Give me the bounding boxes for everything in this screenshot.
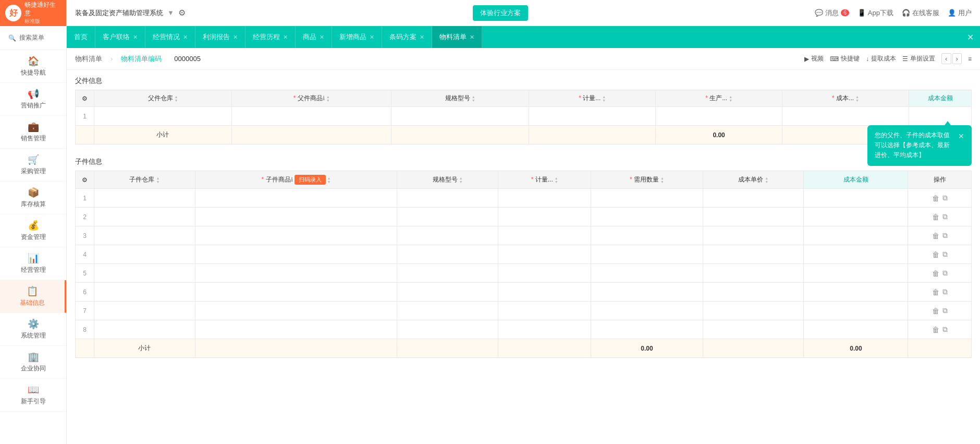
child-col-settings[interactable]: ⚙ [76,171,94,189]
sort-icon[interactable]: ▲▼ [326,95,330,102]
delete-icon[interactable]: 🗑 [932,213,939,221]
close-all-tabs[interactable]: ✕ [961,32,980,42]
list-view-button[interactable]: ≡ [968,55,972,63]
child-cell-goods[interactable] [195,264,397,283]
child-cell-goods[interactable] [195,320,397,339]
child-cell-spec[interactable] [397,264,498,283]
tooltip-close-button[interactable]: ✕ [958,130,964,142]
sort-icon[interactable]: ▲▼ [175,95,178,102]
parent-col-settings[interactable]: ⚙ [76,90,94,107]
copy-icon[interactable]: ⧉ [942,269,948,278]
parent-cell-unit[interactable] [529,107,656,126]
child-cell-warehouse[interactable] [94,264,195,283]
child-cell-goods[interactable] [195,226,397,245]
sidebar-item-guide[interactable]: 📖 新手引导 [0,379,66,412]
sidebar-item-marketing[interactable]: 📢 营销推广 [0,83,66,116]
delete-icon[interactable]: 🗑 [932,269,939,278]
tab-profit-close[interactable]: ✕ [233,34,238,41]
sidebar-item-purchase[interactable]: 🛒 采购管理 [0,149,66,182]
child-cell-warehouse[interactable] [94,226,195,245]
sort-icon[interactable]: ▲▼ [602,95,606,102]
delete-icon[interactable]: 🗑 [932,232,939,240]
sidebar-item-system[interactable]: ⚙️ 系统管理 [0,313,66,346]
sort-icon[interactable]: ▲▼ [765,176,768,184]
message-action[interactable]: 💬 消息 6 [815,8,849,18]
child-cell-unit[interactable] [498,264,591,283]
child-cell-spec[interactable] [397,302,498,320]
child-cell-spec[interactable] [397,320,498,339]
tab-bom-close[interactable]: ✕ [470,34,474,41]
sidebar-item-quick-nav[interactable]: 🏠 快捷导航 [0,50,66,83]
copy-icon[interactable]: ⧉ [942,250,948,259]
child-cell-qty[interactable] [591,264,703,283]
tab-history-close[interactable]: ✕ [283,34,288,41]
child-cell-unit-cost[interactable] [703,226,804,245]
child-cell-warehouse[interactable] [94,320,195,339]
tab-goods-close[interactable]: ✕ [320,34,324,41]
child-cell-unit-cost[interactable] [703,283,804,302]
tab-goods[interactable]: 商品 ✕ [296,26,332,48]
sidebar-item-basic-info[interactable]: 📋 基础信息 [0,280,66,313]
child-cell-qty[interactable] [591,226,703,245]
child-cell-qty[interactable] [591,189,703,208]
child-cell-goods[interactable] [195,245,397,264]
tab-new-goods-close[interactable]: ✕ [370,34,374,41]
child-cell-unit[interactable] [498,226,591,245]
child-cell-spec[interactable] [397,283,498,302]
prev-arrow[interactable]: ‹ [941,53,951,64]
child-cell-unit[interactable] [498,189,591,208]
delete-icon[interactable]: 🗑 [932,250,939,259]
child-cell-unit[interactable] [498,208,591,226]
child-cell-qty[interactable] [591,283,703,302]
child-cell-unit[interactable] [498,283,591,302]
delete-icon[interactable]: 🗑 [932,194,939,202]
view-video-button[interactable]: ▶ 视频 [804,54,824,63]
breadcrumb-bom[interactable]: 物料清单 [75,54,102,64]
extract-cost-button[interactable]: ↓ 提取成本 [866,54,896,63]
delete-icon[interactable]: 🗑 [932,307,939,315]
child-cell-qty[interactable] [591,320,703,339]
child-cell-unit[interactable] [498,302,591,320]
sort-icon[interactable]: ▲▼ [660,176,664,184]
child-cell-unit-cost[interactable] [703,320,804,339]
child-cell-unit-cost[interactable] [703,264,804,283]
app-download-action[interactable]: 📱 App下载 [858,8,893,18]
child-cell-warehouse[interactable] [94,283,195,302]
tab-barcode[interactable]: 条码方案 ✕ [382,26,432,48]
sort-icon[interactable]: ▲▼ [156,176,160,184]
child-cell-warehouse[interactable] [94,208,195,226]
parent-cell-warehouse[interactable] [94,107,232,126]
child-cell-warehouse[interactable] [94,245,195,264]
sort-icon[interactable]: ▲▼ [555,176,558,184]
sidebar-item-finance[interactable]: 💰 资金管理 [0,214,66,247]
tab-profit[interactable]: 利润报告 ✕ [195,26,246,48]
tab-customer-close[interactable]: ✕ [133,34,138,41]
child-cell-unit-cost[interactable] [703,208,804,226]
child-cell-unit[interactable] [498,245,591,264]
breadcrumb-bom-code[interactable]: 物料清单编码 [121,54,162,64]
copy-icon[interactable]: ⧉ [942,231,948,240]
child-cell-goods[interactable] [195,283,397,302]
doc-setting-button[interactable]: ☰ 单据设置 [902,54,935,63]
sidebar-item-inventory[interactable]: 📦 库存核算 [0,182,66,214]
child-cell-unit-cost[interactable] [703,245,804,264]
tab-barcode-close[interactable]: ✕ [420,34,424,41]
child-cell-goods[interactable] [195,208,397,226]
search-menu-button[interactable]: 🔍 搜索菜单 [4,30,62,45]
child-cell-warehouse[interactable] [94,302,195,320]
tab-home[interactable]: 首页 [67,26,95,48]
child-cell-spec[interactable] [397,189,498,208]
gear-icon[interactable]: ⚙ [178,8,186,18]
sort-icon[interactable]: ▲▼ [855,95,859,102]
child-cell-unit-cost[interactable] [703,302,804,320]
next-arrow[interactable]: › [952,53,962,64]
sidebar-item-sales[interactable]: 💼 销售管理 [0,116,66,149]
tab-bom[interactable]: 物料清单 ✕ [432,26,482,48]
online-service-action[interactable]: 🎧 在线客服 [902,8,939,18]
copy-icon[interactable]: ⧉ [942,212,948,221]
shortcut-button[interactable]: ⌨ 快捷键 [830,54,860,63]
child-cell-spec[interactable] [397,245,498,264]
sidebar-item-enterprise[interactable]: 🏢 企业协同 [0,346,66,379]
sort-icon[interactable]: ▲▼ [459,176,463,184]
sort-icon[interactable]: ▲▼ [327,176,331,184]
